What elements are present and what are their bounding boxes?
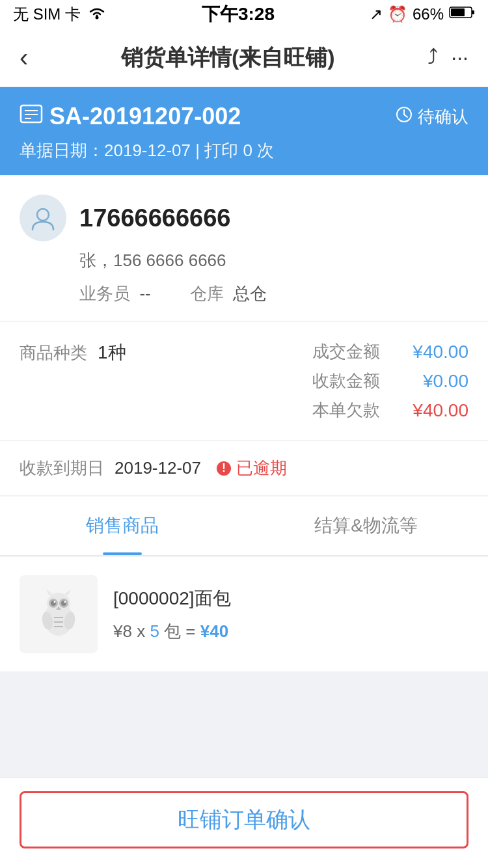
quantity: 5 [150,621,159,641]
unit: 包 [164,621,181,641]
clock-icon [396,106,413,128]
header-card: SA-20191207-002 待确认 单据日期：2019-12-07 | 打印… [0,87,488,175]
deal-amount-row: 成交金额 ¥40.00 [312,340,468,363]
svg-marker-15 [64,589,71,595]
product-image [20,575,98,653]
battery-icon [449,5,475,23]
battery-label: 66% [413,5,444,23]
warehouse-value: 总仓 [233,284,267,303]
sales-rep-value: -- [139,284,150,303]
product-price: ¥8 x 5 包 = ¥40 [113,620,468,643]
order-status: 待确认 [396,105,468,128]
received-amount-row: 收款金额 ¥0.00 [312,370,468,392]
summary-card: 商品种类 1种 成交金额 ¥40.00 收款金额 ¥0.00 本单欠款 ¥40.… [0,322,488,440]
wifi-icon [87,5,107,23]
share-button[interactable]: ⤴ [427,46,438,70]
sales-rep-field: 业务员 -- [79,282,151,305]
sales-rep-label: 业务员 [79,284,130,303]
svg-point-0 [96,16,99,20]
tabs: 销售商品 结算&物流等 [0,496,488,556]
alarm-icon: ⏰ [388,5,407,23]
back-button[interactable]: ‹ [20,43,28,72]
order-icon [20,104,43,129]
owed-label: 本单欠款 [312,399,380,422]
svg-rect-3 [451,8,465,16]
deal-amount-value: ¥40.00 [390,342,468,362]
table-row: [0000002]面包 ¥8 x 5 包 = ¥40 [0,557,488,672]
customer-name: 张，156 6666 6666 [79,249,468,272]
summary-right: 成交金额 ¥40.00 收款金额 ¥0.00 本单欠款 ¥40.00 [312,340,468,422]
due-date-value: 2019-12-07 [115,458,201,478]
customer-meta: 业务员 -- 仓库 总仓 [79,282,468,305]
tabs-container: 销售商品 结算&物流等 [0,496,488,556]
order-date-line: 单据日期：2019-12-07 | 打印 0 次 [20,139,468,162]
product-info: [0000002]面包 ¥8 x 5 包 = ¥40 [113,586,468,643]
location-icon: ↗ [370,5,383,23]
product-types-label: 商品种类 [20,342,87,364]
due-card: 收款到期日 2019-12-07 ! 已逾期 [0,441,488,495]
overdue-badge: ! 已逾期 [217,457,287,480]
overdue-icon: ! [217,461,231,476]
unit-price: ¥8 [113,621,132,641]
product-types-value: 1种 [98,340,126,365]
header-card-top: SA-20191207-002 待确认 [20,103,468,130]
svg-rect-2 [472,10,474,14]
status-text: 待确认 [418,105,468,128]
confirm-btn-wrap: 旺铺订单确认 [0,778,488,868]
received-label: 收款金额 [312,370,380,392]
more-button[interactable]: ··· [451,46,468,70]
deal-amount-label: 成交金额 [312,340,380,363]
confirm-order-button[interactable]: 旺铺订单确认 [20,791,468,848]
customer-phone: 17666666666 [79,204,230,232]
customer-card: 17666666666 张，156 6666 6666 业务员 -- 仓库 总仓 [0,176,488,321]
order-id: SA-20191207-002 [20,103,241,130]
avatar [20,195,66,241]
due-label: 收款到期日 [20,457,104,480]
warehouse-label: 仓库 [190,284,224,303]
status-bar-left: 无 SIM 卡 [13,4,107,25]
multiply-sign: x [137,621,150,641]
status-bar: 无 SIM 卡 下午3:28 ↗ ⏰ 66% [0,0,488,29]
no-sim-label: 无 SIM 卡 [13,4,81,25]
nav-bar: ‹ 销货单详情(来自旺铺) ⤴ ··· [0,29,488,87]
summary-left: 商品种类 1种 [20,340,312,365]
total-price: ¥40 [200,621,228,641]
status-bar-time: 下午3:28 [202,2,275,27]
tab-settlement-logistics[interactable]: 结算&物流等 [244,496,488,555]
customer-row: 17666666666 [20,195,468,241]
equals-sign: = [185,621,200,641]
svg-point-20 [54,601,56,603]
owed-value: ¥40.00 [390,400,468,421]
status-bar-right: ↗ ⏰ 66% [370,5,475,23]
svg-point-21 [64,601,66,603]
warehouse-field: 仓库 总仓 [190,282,267,305]
tab-sales-products[interactable]: 销售商品 [0,496,244,555]
svg-line-10 [404,115,407,117]
overdue-label: 已逾期 [236,457,287,480]
owed-amount-row: 本单欠款 ¥40.00 [312,399,468,422]
svg-marker-14 [46,589,53,595]
svg-point-11 [37,209,49,221]
product-name: [0000002]面包 [113,586,468,611]
nav-actions: ⤴ ··· [427,46,468,70]
product-list: [0000002]面包 ¥8 x 5 包 = ¥40 [0,557,488,672]
received-value: ¥0.00 [390,371,468,392]
page-title: 销货单详情(来自旺铺) [121,43,335,73]
